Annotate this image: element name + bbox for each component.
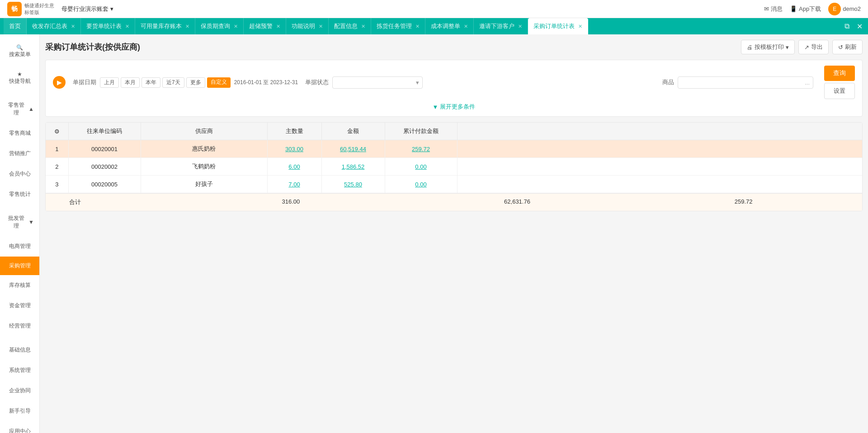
qty-link-2[interactable]: 6.00 [288, 163, 300, 170]
table-header-row: ⚙ 往来单位编码 供应商 主数量 金额 [46, 123, 862, 140]
close-tab-purchase-stats[interactable]: ✕ [578, 24, 582, 29]
close-tab-overstock-warning[interactable]: ✕ [276, 24, 280, 29]
tab-picking-task[interactable]: 拣货任务管理 ✕ [371, 18, 425, 34]
sidebar-item-new-guide[interactable]: 新手引导 [2, 402, 38, 420]
close-tab-available-stock[interactable]: ✕ [185, 24, 189, 29]
table-row[interactable]: 1 00020001 惠氏奶粉 303.00 60,519.44 259.72 [46, 140, 862, 158]
logo-text: 畅捷通好生意 标签版 [24, 2, 54, 15]
settings-button[interactable]: 设置 [824, 83, 855, 99]
tab-overstock-warning[interactable]: 超储预警 ✕ [244, 18, 286, 34]
close-tab-function-desc[interactable]: ✕ [319, 24, 323, 29]
qty-link-3[interactable]: 7.00 [288, 181, 300, 188]
filter-toggle-button[interactable]: ▶ [53, 76, 66, 89]
sidebar-item-ecom[interactable]: 电商管理 [2, 237, 38, 256]
tab-order-stats[interactable]: 要货单统计表 ✕ [81, 18, 135, 34]
tab-home[interactable]: 首页 [4, 18, 27, 34]
sidebar-item-operations[interactable]: 经营管理 [2, 317, 38, 335]
col-header-settings: ⚙ [46, 123, 68, 140]
tab-config-info[interactable]: 配置信息 ✕ [329, 18, 371, 34]
top-bar: 畅 畅捷通好生意 标签版 母婴行业演示账套 ▾ ✉ 消息 📱 App下载 E d… [0, 0, 868, 18]
close-tab-invite-customer[interactable]: ✕ [518, 24, 522, 29]
date-btn-this-month[interactable]: 本月 [121, 77, 140, 88]
col-header-amount: 金额 [321, 123, 385, 140]
workspace-selector[interactable]: 母婴行业演示账套 ▾ [58, 3, 117, 15]
date-label: 单据日期 [73, 78, 96, 86]
date-btn-7days[interactable]: 近7天 [162, 77, 184, 88]
sidebar-item-retail-mall[interactable]: 零售商城 [2, 124, 38, 143]
date-range-display: 2016-01-01 至 2023-12-31 [234, 79, 298, 86]
tab-available-stock[interactable]: 可用量库存账本 ✕ [135, 18, 195, 34]
star-icon: ★ [5, 71, 34, 77]
filter-group-goods: 商品 ... [662, 76, 813, 89]
goods-input[interactable] [678, 76, 813, 89]
amount-link-3[interactable]: 525.80 [344, 181, 362, 188]
sidebar-item-app-center[interactable]: 应用中心 [2, 422, 38, 433]
sidebar-item-marketing[interactable]: 营销推广 [2, 144, 38, 163]
user-profile[interactable]: E demo2 [828, 3, 861, 15]
dropdown-arrow-icon: ▾ [786, 44, 789, 51]
app-download-button[interactable]: 📱 App下载 [790, 5, 821, 13]
sidebar-item-retail-stats[interactable]: 零售统计 [2, 185, 38, 204]
export-button[interactable]: ↗ 导出 [798, 40, 829, 54]
tab-function-desc[interactable]: 功能说明 ✕ [286, 18, 329, 34]
data-table: ⚙ 往来单位编码 供应商 主数量 金额 [46, 123, 862, 193]
sidebar-item-purchase[interactable]: 采购管理 [0, 257, 39, 275]
content-area: 采购订单统计表(按供应商) 🖨 按模板打印 ▾ ↗ 导出 ↺ 刷新 [40, 34, 868, 433]
cell-paid-2: 0.00 [385, 158, 457, 176]
cell-supplier-2: 飞鹤奶粉 [141, 158, 267, 176]
paid-link-1[interactable]: 259.72 [412, 146, 430, 152]
sidebar-item-quick-nav[interactable]: ★ 快捷导航 [2, 66, 38, 90]
paid-link-3[interactable]: 0.00 [415, 181, 426, 188]
cell-supplier-3: 好孩子 [141, 176, 267, 193]
date-shortcuts: 上月 本月 本年 近7天 更多 自定义 [100, 77, 231, 88]
filter-row-main: ▶ 单据日期 上月 本月 本年 近7天 更多 自定义 2016-01-01 至 … [53, 66, 855, 99]
sidebar-item-search[interactable]: 🔍 搜索菜单 [2, 39, 38, 64]
sidebar-item-inventory[interactable]: 库存核算 [2, 276, 38, 295]
status-select[interactable] [332, 76, 423, 89]
date-btn-this-year[interactable]: 本年 [142, 77, 160, 88]
phone-icon: 📱 [790, 5, 797, 12]
refresh-button[interactable]: ↺ 刷新 [832, 40, 863, 54]
expand-more-button[interactable]: ▼ 展开更多条件 [53, 103, 855, 111]
paid-link-2[interactable]: 0.00 [415, 163, 426, 170]
tab-purchase-stats[interactable]: 采购订单统计表 ✕ [528, 18, 588, 34]
amount-link-2[interactable]: 1,586.52 [342, 163, 365, 170]
query-button[interactable]: 查询 [824, 66, 855, 81]
close-tab-order-stats[interactable]: ✕ [125, 24, 129, 29]
sidebar-item-member[interactable]: 会员中心 [2, 165, 38, 183]
tab-cost-adjust[interactable]: 成本调整单 ✕ [425, 18, 474, 34]
sidebar-item-basic-info[interactable]: 基础信息 [2, 341, 38, 359]
close-tab-picking-task[interactable]: ✕ [415, 24, 420, 29]
table-settings-icon[interactable]: ⚙ [54, 128, 60, 135]
table-row[interactable]: 2 00020002 飞鹤奶粉 6.00 1,586.52 0.00 [46, 158, 862, 176]
tab-expiry-query[interactable]: 保质期查询 ✕ [195, 18, 244, 34]
template-print-button[interactable]: 🖨 按模板打印 ▾ [741, 40, 795, 54]
qty-link-1[interactable]: 303.00 [285, 146, 303, 152]
close-tab-config-info[interactable]: ✕ [361, 24, 365, 29]
top-bar-left: 畅 畅捷通好生意 标签版 母婴行业演示账套 ▾ [7, 2, 117, 16]
chevron-down-icon-wholesale: ▼ [28, 219, 34, 225]
footer-paid: 259.72 [630, 198, 857, 206]
tab-invite-customer[interactable]: 邀请下游客户 ✕ [474, 18, 528, 34]
close-tab-receive-send[interactable]: ✕ [71, 24, 75, 29]
close-tab-cost-adjust[interactable]: ✕ [464, 24, 468, 29]
sidebar-item-retail[interactable]: 零售管理 ▲ [2, 96, 38, 122]
nav-restore-icon[interactable]: ⧉ [843, 20, 851, 32]
nav-close-icon[interactable]: ✕ [855, 20, 864, 33]
table-row[interactable]: 3 00020005 好孩子 7.00 525.80 0.00 [46, 176, 862, 193]
sidebar-item-capital[interactable]: 资金管理 [2, 296, 38, 315]
close-tab-expiry-query[interactable]: ✕ [234, 24, 238, 29]
sidebar-item-wholesale[interactable]: 批发管理 ▼ [2, 209, 38, 235]
sidebar-item-label: 批发管理 [5, 214, 27, 230]
cell-code-1: 00020001 [68, 140, 141, 158]
goods-dots[interactable]: ... [805, 79, 810, 86]
amount-link-1[interactable]: 60,519.44 [340, 146, 366, 152]
filter-group-date: 单据日期 上月 本月 本年 近7天 更多 自定义 2016-01-01 至 20… [73, 77, 298, 88]
tab-receive-send[interactable]: 收发存汇总表 ✕ [27, 18, 81, 34]
message-button[interactable]: ✉ 消息 [764, 5, 783, 13]
date-btn-more[interactable]: 更多 [186, 77, 205, 88]
footer-qty: 316.00 [178, 198, 404, 206]
sidebar-item-system[interactable]: 系统管理 [2, 361, 38, 380]
date-btn-last-month[interactable]: 上月 [100, 77, 119, 88]
sidebar-item-enterprise[interactable]: 企业协同 [2, 381, 38, 400]
